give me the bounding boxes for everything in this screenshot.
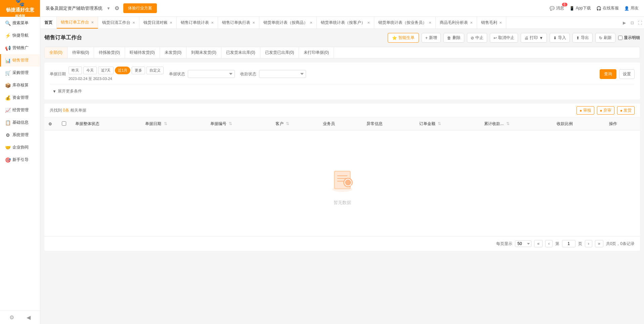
select-all-checkbox[interactable] bbox=[62, 121, 66, 126]
sidebar-item-guide[interactable]: 🎯新手引导 bbox=[0, 154, 40, 166]
tab-9[interactable]: 商品毛利分析表✕ bbox=[436, 17, 477, 29]
th-amount[interactable]: 订单金额 ⇅ bbox=[415, 118, 480, 130]
th-number[interactable]: 单据编号 ⇅ bbox=[206, 118, 271, 130]
date-btn-今天[interactable]: 今天 bbox=[83, 67, 97, 74]
sidebar-item-basic-info[interactable]: 📋基础信息 bbox=[0, 116, 40, 129]
filter-tab-8[interactable]: 未打印单据(0) bbox=[299, 47, 334, 58]
sidebar-item-search[interactable]: 🔍搜索菜单 bbox=[0, 17, 40, 29]
date-btn-昨天[interactable]: 昨天 bbox=[69, 67, 82, 74]
filter-tab-0[interactable]: 全部(0) bbox=[45, 47, 68, 58]
tab-close-1[interactable]: ✕ bbox=[91, 21, 94, 24]
filter-tab-4[interactable]: 未发货(0) bbox=[160, 47, 187, 58]
unapprove-btn[interactable]: ● 弃审 bbox=[597, 106, 614, 115]
date-btn-近1月[interactable]: 近1月 bbox=[115, 67, 130, 74]
deliver-btn[interactable]: ● 发货 bbox=[617, 106, 635, 115]
tab-label-4: 销售订单统计表 bbox=[181, 20, 209, 26]
expand-btn[interactable]: ▼ 展开更多条件 bbox=[50, 87, 635, 95]
cancel-stop-btn[interactable]: ↩ 取消中止 bbox=[490, 33, 518, 43]
next-page-btn[interactable]: › bbox=[585, 240, 592, 247]
filter-tab-3[interactable]: 旺铺待发货(0) bbox=[125, 47, 160, 58]
tab-close-3[interactable]: ✕ bbox=[170, 21, 172, 25]
tab-close-9[interactable]: ✕ bbox=[470, 21, 473, 25]
tab-10[interactable]: 销售毛利✕ bbox=[477, 17, 506, 29]
tab-4[interactable]: 销售订单统计表✕ bbox=[177, 17, 218, 29]
filter-tab-2[interactable]: 待拣验货(0) bbox=[94, 47, 125, 58]
export-btn[interactable]: ⬆ 导出 bbox=[572, 33, 593, 43]
filter-tab-5[interactable]: 到期未发货(0) bbox=[186, 47, 221, 58]
tab-close-6[interactable]: ✕ bbox=[310, 21, 312, 25]
import-btn-label: 导入 bbox=[558, 35, 566, 41]
stop-btn[interactable]: ⊘ 中止 bbox=[467, 33, 487, 43]
th-collected[interactable]: 累计收款... ⇅ bbox=[480, 118, 552, 130]
sidebar-item-quick-nav[interactable]: ⚡快捷导航 bbox=[0, 29, 40, 42]
sidebar-collapse-btn[interactable]: ◀ bbox=[27, 314, 31, 321]
tab-1[interactable]: 销售订单工作台✕ bbox=[57, 17, 98, 29]
th-settings[interactable]: ⚙ bbox=[44, 118, 58, 130]
tab-close-10[interactable]: ✕ bbox=[499, 21, 502, 25]
payment-select[interactable] bbox=[259, 70, 306, 78]
th-date[interactable]: 单据日期 ⇅ bbox=[141, 118, 206, 130]
show-detail-label[interactable]: 显示明细 bbox=[618, 35, 640, 41]
last-page-btn[interactable]: » bbox=[595, 240, 603, 247]
sidebar-item-finance[interactable]: 💰资金管理 bbox=[0, 91, 40, 104]
nav-icon-marketing: 📢 bbox=[5, 45, 10, 51]
import-btn[interactable]: ⬇ 导入 bbox=[550, 33, 570, 43]
tab-close-4[interactable]: ✕ bbox=[211, 21, 214, 25]
date-btn-更多[interactable]: 更多 bbox=[132, 67, 145, 74]
message-btn[interactable]: 💬 消息 6 bbox=[550, 5, 564, 11]
date-btn-自定义[interactable]: 自定义 bbox=[146, 67, 164, 74]
tab-close-8[interactable]: ✕ bbox=[429, 21, 431, 25]
online-service-btn[interactable]: 🎧 在线客服 bbox=[596, 5, 619, 11]
th-customer[interactable]: 客户 ⇅ bbox=[271, 118, 319, 130]
date-btn-近7天[interactable]: 近7天 bbox=[98, 67, 114, 74]
show-detail-checkbox[interactable] bbox=[618, 36, 622, 40]
payment-field: 收款状态 bbox=[240, 70, 306, 78]
filter-tab-6[interactable]: 已发货未出库(0) bbox=[221, 47, 260, 58]
sidebar-item-enterprise[interactable]: 🤝企业协同 bbox=[0, 141, 40, 154]
tab-close-2[interactable]: ✕ bbox=[132, 21, 135, 25]
app-download-btn[interactable]: 📱 App下载 bbox=[569, 5, 591, 11]
tab-6[interactable]: 销货单统计表（按商品）✕ bbox=[259, 17, 317, 29]
add-btn[interactable]: + 新增 bbox=[422, 33, 441, 43]
sidebar-item-marketing[interactable]: 📢营销推广 bbox=[0, 42, 40, 54]
tab-5[interactable]: 销售订单执行表✕ bbox=[218, 17, 259, 29]
user-btn[interactable]: 👤 用友 bbox=[624, 5, 639, 11]
sidebar-item-inventory[interactable]: 📦库存核算 bbox=[0, 79, 40, 91]
tab-3[interactable]: 钱货日清对账✕ bbox=[139, 17, 177, 29]
status-field: 单据状态 bbox=[169, 70, 235, 78]
filter-tab-1[interactable]: 待审核(0) bbox=[68, 47, 94, 58]
industry-btn[interactable]: 体验行业方案 bbox=[123, 3, 157, 13]
page-input[interactable] bbox=[562, 240, 575, 247]
tab-fullscreen-btn[interactable]: ⛶ bbox=[636, 17, 644, 29]
tab-7[interactable]: 销货单统计表（按客户）✕ bbox=[317, 17, 374, 29]
topbar-settings-btn[interactable]: ⚙ bbox=[115, 5, 119, 11]
cancel-stop-btn-label: 取消中止 bbox=[498, 35, 514, 41]
sidebar-settings-btn[interactable]: ⚙ bbox=[9, 314, 14, 321]
delete-btn[interactable]: 🗑 删除 bbox=[443, 33, 464, 43]
sidebar-item-purchase[interactable]: 🛒采购管理 bbox=[0, 67, 40, 79]
status-select[interactable] bbox=[188, 70, 235, 78]
settings-btn[interactable]: 设置 bbox=[619, 69, 635, 79]
system-dropdown-btn[interactable]: ▼ bbox=[106, 6, 111, 11]
query-btn[interactable]: 查询 bbox=[600, 69, 616, 79]
tab-2[interactable]: 钱货日清工作台✕ bbox=[98, 17, 139, 29]
tab-close-7[interactable]: ✕ bbox=[367, 21, 370, 25]
sidebar-item-operation[interactable]: 📈经营管理 bbox=[0, 104, 40, 116]
sidebar-item-sales[interactable]: 📊销售管理 bbox=[0, 54, 40, 67]
sidebar-item-system[interactable]: ⚙系统管理 bbox=[0, 129, 40, 141]
tab-0[interactable]: 首页 bbox=[40, 17, 57, 29]
prev-page-btn[interactable]: ‹ bbox=[545, 240, 553, 247]
tab-more-btn[interactable]: ▶ bbox=[620, 17, 629, 29]
page-size-select[interactable]: 50 10 20 100 bbox=[515, 240, 531, 247]
tab-8[interactable]: 销货单统计表（按业务员）✕ bbox=[374, 17, 436, 29]
smart-btn[interactable]: ⭐ 智能生单 bbox=[388, 33, 419, 43]
first-page-btn[interactable]: « bbox=[534, 240, 543, 247]
message-badge: 6 bbox=[562, 3, 567, 6]
tab-close-5[interactable]: ✕ bbox=[252, 21, 255, 25]
print-btn[interactable]: 🖨 打印 ▼ bbox=[521, 33, 547, 43]
approve-btn[interactable]: ● 审核 bbox=[576, 106, 594, 115]
tab-restore-btn[interactable]: ⊡ bbox=[629, 17, 636, 29]
filter-tab-7[interactable]: 已发货已出库(0) bbox=[260, 47, 299, 58]
refresh-btn[interactable]: ↻ 刷新 bbox=[595, 33, 615, 43]
th-checkbox[interactable] bbox=[58, 118, 71, 130]
